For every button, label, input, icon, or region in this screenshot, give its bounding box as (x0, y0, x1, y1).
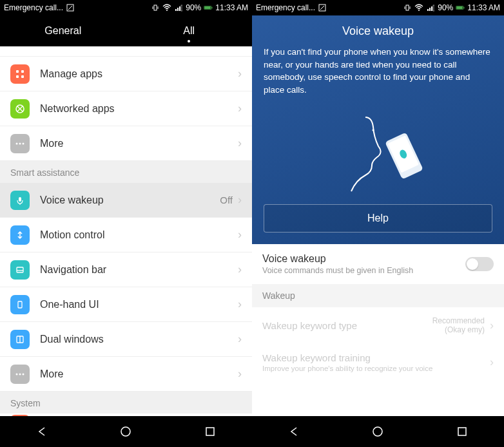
battery-percent: 90% (438, 3, 453, 12)
chevron-right-icon: › (238, 263, 242, 276)
svg-rect-12 (16, 70, 19, 73)
tab-general[interactable]: General (0, 15, 126, 46)
page-title: Voice wakeup (264, 24, 492, 38)
list-label: Networked apps (40, 103, 238, 115)
list-item-manage-apps[interactable]: Manage apps › (0, 57, 252, 91)
recent-button[interactable] (197, 419, 223, 444)
notification-icon (318, 3, 327, 12)
wakeup-keyword-type-row[interactable]: Wakeup keyword type Recommended (Okay em… (252, 307, 504, 343)
nav-bar (252, 416, 504, 447)
svg-rect-15 (21, 75, 24, 78)
svg-rect-22 (17, 267, 23, 272)
svg-rect-1 (154, 5, 157, 10)
svg-point-17 (16, 142, 18, 144)
row-value-line2: (Okay emy) (432, 325, 485, 334)
settings-list[interactable]: Manage apps › Networked apps › More › Sm… (0, 46, 252, 416)
more-icon (10, 365, 30, 384)
svg-point-45 (372, 129, 374, 131)
svg-rect-20 (19, 197, 21, 202)
svg-rect-44 (463, 7, 464, 9)
voice-wakeup-toggle-row[interactable]: Voice wakeup Voice commands must be give… (252, 244, 504, 284)
svg-point-4 (166, 10, 168, 11)
back-button[interactable] (29, 419, 55, 444)
svg-rect-38 (427, 9, 429, 11)
tab-all[interactable]: All (126, 15, 253, 46)
settings-screen: Emergency call... 90% 11:33 AM General A… (0, 0, 252, 447)
more-icon (10, 134, 30, 153)
list-label: More (40, 368, 238, 380)
svg-point-49 (373, 427, 382, 436)
vibrate-icon (403, 3, 412, 12)
chevron-right-icon: › (238, 137, 242, 150)
svg-point-27 (16, 373, 18, 375)
signal-icon (174, 3, 183, 12)
help-button[interactable]: Help (264, 204, 492, 233)
list-label: More (40, 138, 238, 149)
back-button[interactable] (281, 419, 307, 444)
vibrate-icon (151, 3, 160, 12)
home-button[interactable] (113, 419, 139, 444)
chevron-right-icon: › (238, 367, 242, 381)
svg-rect-10 (205, 6, 211, 9)
list-item-motion-control[interactable]: Motion control › (0, 218, 252, 252)
status-bar: Emergency call... 90% 11:33 AM (0, 0, 252, 15)
svg-rect-43 (457, 6, 463, 9)
recent-button[interactable] (449, 419, 475, 444)
list-label: Manage apps (40, 68, 238, 80)
list-label: Navigation bar (40, 264, 238, 276)
toggle-title: Voice wakeup (262, 253, 465, 265)
list-item-more-apps[interactable]: More › (0, 126, 252, 161)
wifi-icon (414, 3, 423, 12)
battery-percent: 90% (186, 3, 201, 12)
network-icon (10, 99, 30, 119)
list-item-one-hand-ui[interactable]: One-hand UI › (0, 287, 252, 322)
svg-point-18 (19, 142, 21, 144)
list-value: Off (220, 195, 233, 205)
chevron-right-icon: › (238, 193, 242, 207)
onehand-icon (10, 295, 30, 314)
svg-rect-32 (206, 428, 214, 435)
svg-point-29 (23, 373, 24, 375)
svg-rect-41 (433, 5, 434, 11)
svg-rect-39 (429, 8, 431, 11)
list-label: One-hand UI (40, 299, 238, 310)
settings-panel: Voice wakeup Voice commands must be give… (252, 244, 504, 416)
wakeup-training-row[interactable]: Wakeup keyword training Improve your pho… (252, 343, 504, 375)
chevron-right-icon: › (238, 67, 242, 81)
svg-point-28 (19, 373, 21, 375)
section-system: System (0, 392, 252, 414)
clock-text: 11:33 AM (467, 3, 500, 12)
status-bar: Emergency call... 90% 11:33 AM (252, 0, 504, 15)
voice-illustration (264, 101, 492, 204)
list-item-more-smart[interactable]: More › (0, 357, 252, 392)
list-item-navigation-bar[interactable]: Navigation bar › (0, 252, 252, 287)
notification-icon (66, 3, 75, 12)
section-smart-assistance: Smart assistance (0, 161, 252, 183)
wakeup-section-header: Wakeup (252, 284, 504, 307)
svg-rect-8 (181, 5, 182, 11)
svg-rect-40 (431, 6, 432, 11)
chevron-right-icon: › (490, 356, 494, 369)
svg-rect-13 (21, 70, 24, 73)
carrier-text: Emergency call... (4, 3, 63, 12)
motion-icon (10, 225, 30, 245)
svg-point-19 (23, 142, 24, 144)
list-label: Motion control (40, 229, 238, 241)
list-item-dual-windows[interactable]: Dual windows › (0, 322, 252, 357)
list-label: Dual windows (40, 334, 238, 345)
intro-panel: Voice wakeup If you can't find your phon… (252, 15, 504, 244)
list-item-voice-wakeup[interactable]: Voice wakeup Off › (0, 183, 252, 218)
svg-rect-7 (179, 6, 180, 11)
toggle-switch[interactable] (465, 257, 494, 271)
row-subtitle: Improve your phone's ability to recogniz… (262, 365, 490, 372)
toggle-subtitle: Voice commands must be given in English (262, 266, 465, 275)
voice-wakeup-screen: Emergency call... 90% 11:33 AM Voice wak… (252, 0, 504, 447)
home-button[interactable] (365, 419, 391, 444)
svg-rect-14 (16, 75, 19, 78)
chevron-right-icon: › (238, 102, 242, 115)
list-item-networked-apps[interactable]: Networked apps › (0, 91, 252, 126)
row-title: Wakeup keyword type (262, 320, 432, 331)
svg-point-31 (121, 427, 130, 436)
chevron-right-icon: › (490, 319, 494, 332)
chevron-right-icon: › (238, 332, 242, 346)
